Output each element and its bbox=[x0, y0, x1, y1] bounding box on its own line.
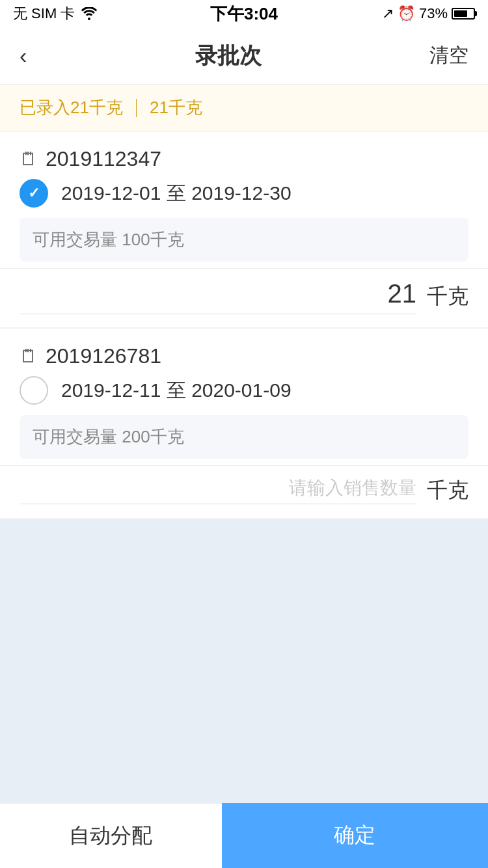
sim-label: 无 SIM 卡 bbox=[13, 4, 75, 23]
batch-radio-2[interactable] bbox=[20, 376, 48, 405]
batch-date-1: 2019-12-01 至 2019-12-30 bbox=[61, 180, 291, 207]
battery-icon bbox=[452, 8, 475, 20]
banner-divider bbox=[136, 99, 137, 117]
battery-percent: 73% bbox=[419, 5, 448, 22]
batch-id-icon-2: 🗒 bbox=[20, 346, 38, 367]
batch-input-row-2: 千克 bbox=[0, 465, 488, 518]
empty-area bbox=[0, 519, 488, 803]
batch-qty-label-1: 可用交易量 100千克 bbox=[33, 230, 184, 249]
recorded-label: 已录入21千克 bbox=[20, 96, 123, 119]
batch-qty-box-1: 可用交易量 100千克 bbox=[20, 218, 468, 262]
main-content: 已录入21千克 21千克 🗒 2019112347 2019-12-01 至 2… bbox=[0, 85, 488, 803]
batch-1-row: 2019-12-01 至 2019-12-30 bbox=[0, 179, 488, 218]
batch-id-1: 2019112347 bbox=[46, 147, 161, 171]
bottom-bar: 自动分配 确定 bbox=[0, 803, 488, 868]
batch-item-2: 🗒 2019126781 2019-12-11 至 2020-01-09 可用交… bbox=[0, 329, 488, 518]
batch-1-header: 🗒 2019112347 bbox=[0, 131, 488, 179]
batch-id-2: 2019126781 bbox=[46, 344, 161, 368]
batch-input-row-1: 千克 bbox=[0, 268, 488, 327]
clear-button[interactable]: 清空 bbox=[429, 42, 468, 69]
status-bar: 无 SIM 卡 下午3:04 ↗ ⏰ 73% bbox=[0, 0, 488, 27]
batch-item-1: 🗒 2019112347 2019-12-01 至 2019-12-30 可用交… bbox=[0, 131, 488, 327]
batch-id-icon-1: 🗒 bbox=[20, 148, 38, 170]
batch-unit-1: 千克 bbox=[427, 282, 468, 311]
batch-qty-input-2[interactable] bbox=[20, 478, 416, 504]
recorded-value: 21千克 bbox=[150, 96, 202, 119]
wifi-icon bbox=[80, 7, 98, 20]
page-title: 录批次 bbox=[195, 41, 262, 71]
batch-qty-box-2: 可用交易量 200千克 bbox=[20, 415, 468, 459]
auto-distribute-button[interactable]: 自动分配 bbox=[0, 803, 222, 868]
alarm-icon: ⏰ bbox=[398, 5, 415, 22]
nav-bar: ‹ 录批次 清空 bbox=[0, 27, 488, 85]
confirm-button[interactable]: 确定 bbox=[222, 803, 488, 868]
batch-unit-2: 千克 bbox=[427, 476, 468, 505]
batch-radio-1[interactable] bbox=[20, 179, 48, 208]
batch-qty-label-2: 可用交易量 200千克 bbox=[33, 427, 184, 446]
status-bar-right: ↗ ⏰ 73% bbox=[382, 5, 475, 22]
batch-2-header: 🗒 2019126781 bbox=[0, 329, 488, 376]
location-icon: ↗ bbox=[382, 5, 394, 22]
status-bar-left: 无 SIM 卡 bbox=[13, 4, 98, 23]
batch-input-container-1[interactable] bbox=[20, 279, 416, 314]
info-banner: 已录入21千克 21千克 bbox=[0, 85, 488, 131]
batch-date-2: 2019-12-11 至 2020-01-09 bbox=[61, 377, 291, 404]
back-button[interactable]: ‹ bbox=[20, 43, 27, 68]
batch-input-container-2[interactable] bbox=[20, 478, 416, 504]
batch-2-row: 2019-12-11 至 2020-01-09 bbox=[0, 376, 488, 415]
batch-qty-input-1[interactable] bbox=[20, 279, 416, 314]
status-bar-time: 下午3:04 bbox=[210, 3, 278, 25]
